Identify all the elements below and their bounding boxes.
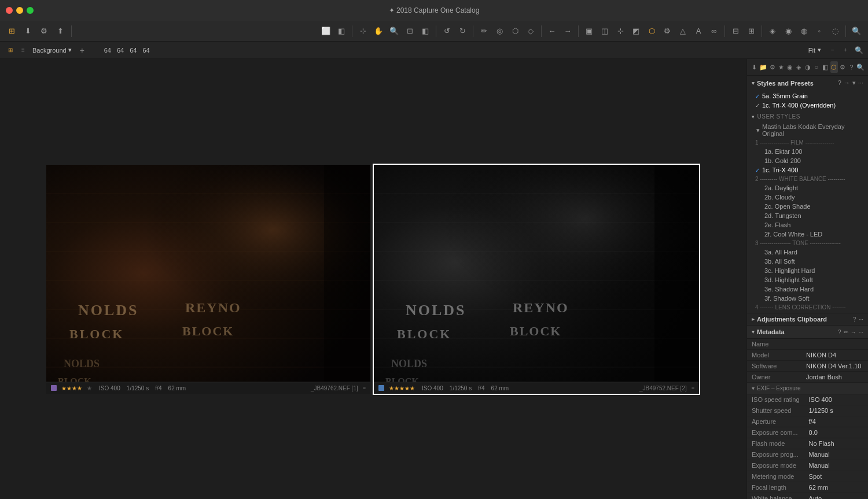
- select-button[interactable]: ⊹: [356, 24, 370, 38]
- photo-menu-2[interactable]: ≡: [692, 385, 694, 391]
- user-styles-group-header[interactable]: ▾ User Styles: [747, 111, 868, 121]
- applied-style-item-2[interactable]: ✓ 1c. Tri-X 400 (Overridden): [747, 101, 868, 110]
- panel-icon-styles[interactable]: ⬡: [830, 61, 838, 73]
- style-ektar[interactable]: 1a. Ektar 100: [747, 147, 868, 156]
- panel-icon-star[interactable]: ★: [777, 61, 785, 73]
- style-cool-white[interactable]: 2f. Cool White - LED: [747, 230, 868, 239]
- panel-icon-14[interactable]: ◍: [797, 24, 811, 38]
- panel-icon-import[interactable]: ⬇: [751, 61, 758, 73]
- panel-icon-7[interactable]: △: [676, 24, 690, 38]
- styles-more-icon[interactable]: ▾: [852, 79, 856, 87]
- style-open-shade[interactable]: 2c. Open Shade: [747, 202, 868, 211]
- grid-view-button[interactable]: ⊞: [5, 24, 19, 38]
- layers-tool[interactable]: ◧: [418, 24, 432, 38]
- style-daylight[interactable]: 2a. Daylight: [747, 183, 868, 193]
- meta-arrow-icon[interactable]: →: [851, 329, 856, 335]
- list-toggle[interactable]: ≡: [17, 45, 29, 56]
- panel-icon-folder[interactable]: 📁: [759, 61, 767, 73]
- panel-icon-filter[interactable]: ⚙: [768, 61, 776, 73]
- applied-style-item-1[interactable]: ✓ 5a. 35mm Grain: [747, 91, 868, 101]
- erase-tool[interactable]: ◇: [524, 24, 538, 38]
- rotate-right-button[interactable]: ↻: [455, 24, 469, 38]
- settings-button[interactable]: ⚙: [37, 24, 51, 38]
- forward-button[interactable]: →: [561, 24, 575, 38]
- pan-button[interactable]: ✋: [372, 24, 385, 38]
- style-shadow-hard[interactable]: 3e. Shadow Hard: [747, 284, 868, 294]
- style-shadow-soft[interactable]: 3f. Shadow Soft: [747, 294, 868, 303]
- panel-icon-3[interactable]: ⊹: [613, 24, 627, 38]
- panel-icon-12[interactable]: ◈: [766, 24, 779, 38]
- panel-icon-search2[interactable]: 🔍: [856, 61, 865, 73]
- style-cloudy[interactable]: 2b. Cloudy: [747, 193, 868, 202]
- color-label-2[interactable]: [378, 385, 384, 391]
- compare-button[interactable]: ◧: [334, 24, 348, 38]
- meta-help-icon[interactable]: ?: [838, 329, 841, 335]
- grid-toggle[interactable]: ⊞: [5, 45, 16, 56]
- panel-icon-11[interactable]: ⊞: [744, 24, 758, 38]
- crop-tool[interactable]: ⊡: [403, 24, 417, 38]
- back-button[interactable]: ←: [545, 24, 559, 38]
- minimize-button[interactable]: [16, 7, 23, 14]
- panel-icon-16[interactable]: ◌: [828, 24, 842, 38]
- panel-icon-layers[interactable]: ◧: [821, 61, 829, 73]
- panel-icon-13[interactable]: ◉: [781, 24, 795, 38]
- brush-tool[interactable]: ✏: [477, 24, 491, 38]
- style-flash[interactable]: 2e. Flash: [747, 220, 868, 230]
- photo-wrapper-1[interactable]: NOLDS BLOCK REYNO BLOCK NOLDS BLOCK ★★: [46, 165, 370, 394]
- style-tungsten[interactable]: 2d. Tungsten: [747, 211, 868, 220]
- exif-group-header[interactable]: ▾ EXIF – Exposure: [747, 383, 868, 394]
- clone-tool[interactable]: ◎: [492, 24, 506, 38]
- styles-help-icon[interactable]: ?: [838, 79, 841, 87]
- style-highlight-soft[interactable]: 3d. Highlight Soft: [747, 275, 868, 284]
- adjustments-clipboard[interactable]: ▸ Adjustments Clipboard ? ···: [747, 313, 868, 326]
- panel-icon-10[interactable]: ⊟: [729, 24, 742, 38]
- panel-icon-white[interactable]: ○: [812, 61, 820, 73]
- panel-icon-2[interactable]: ◫: [598, 24, 612, 38]
- adj-dots-icon[interactable]: ···: [859, 316, 863, 323]
- add-collection-button[interactable]: +: [75, 43, 89, 57]
- panel-icon-settings2[interactable]: ⚙: [839, 61, 847, 73]
- mastin-labs-header[interactable]: ▾ Mastin Labs Kodak Everyday Original: [747, 122, 868, 138]
- styles-arrow-icon[interactable]: →: [844, 79, 850, 87]
- panel-icon-meta[interactable]: ◈: [795, 61, 803, 73]
- panel-icon-8[interactable]: A: [692, 24, 705, 38]
- styles-presets-header[interactable]: ▾ Styles and Presets ? → ▾ ···: [747, 76, 868, 90]
- search-icon[interactable]: 🔍: [855, 46, 863, 54]
- style-all-soft[interactable]: 3b. All Soft: [747, 257, 868, 266]
- viewer-button[interactable]: ⬜: [319, 24, 333, 38]
- photo-menu-1[interactable]: ≡: [363, 385, 366, 391]
- meta-dots-icon[interactable]: ···: [859, 329, 863, 335]
- meta-edit-icon[interactable]: ✏: [844, 329, 848, 335]
- style-all-hard[interactable]: 3a. All Hard: [747, 247, 868, 257]
- panel-icon-15[interactable]: ◦: [812, 24, 826, 38]
- zoom-in-button[interactable]: +: [840, 45, 851, 56]
- panel-icon-5[interactable]: ⬡: [645, 24, 659, 38]
- style-highlight-hard[interactable]: 3c. Highlight Hard: [747, 266, 868, 275]
- panel-icon-color[interactable]: ◉: [786, 61, 794, 73]
- photo-wrapper-2[interactable]: NOLDS BLOCK REYNO BLOCK NOLDS BLOCK: [373, 164, 700, 395]
- heal-tool[interactable]: ⬡: [508, 24, 522, 38]
- color-label-1[interactable]: [51, 385, 57, 391]
- panel-icon-9[interactable]: ∞: [707, 24, 721, 38]
- panel-icon-help[interactable]: ?: [848, 61, 855, 73]
- metadata-header[interactable]: ▾ Metadata ? ✏ → ···: [747, 326, 868, 339]
- zoom-button[interactable]: 🔍: [387, 24, 401, 38]
- panel-icon-1[interactable]: ▣: [582, 24, 596, 38]
- style-gold[interactable]: 1b. Gold 200: [747, 156, 868, 165]
- panel-icon-6[interactable]: ⚙: [660, 24, 674, 38]
- close-button[interactable]: [6, 7, 13, 14]
- search-button-toolbar[interactable]: 🔍: [849, 24, 863, 38]
- import-button[interactable]: ⬇: [21, 24, 35, 38]
- panel-icon-4[interactable]: ◩: [629, 24, 643, 38]
- meta-val-name[interactable]: [801, 339, 868, 350]
- zoom-out-button[interactable]: −: [827, 45, 838, 56]
- rotate-left-button[interactable]: ↺: [440, 24, 454, 38]
- exif-val-iso: ISO 400: [804, 394, 868, 405]
- export-button[interactable]: ⬆: [53, 24, 67, 38]
- panel-icon-exposure[interactable]: ◑: [804, 61, 811, 73]
- style-trix[interactable]: ✓ 1c. Tri-X 400: [747, 165, 868, 175]
- collection-dropdown[interactable]: Background ▾: [32, 46, 72, 54]
- fullscreen-button[interactable]: [27, 7, 34, 14]
- adj-help-icon[interactable]: ?: [853, 316, 856, 323]
- styles-dots-icon[interactable]: ···: [858, 79, 863, 87]
